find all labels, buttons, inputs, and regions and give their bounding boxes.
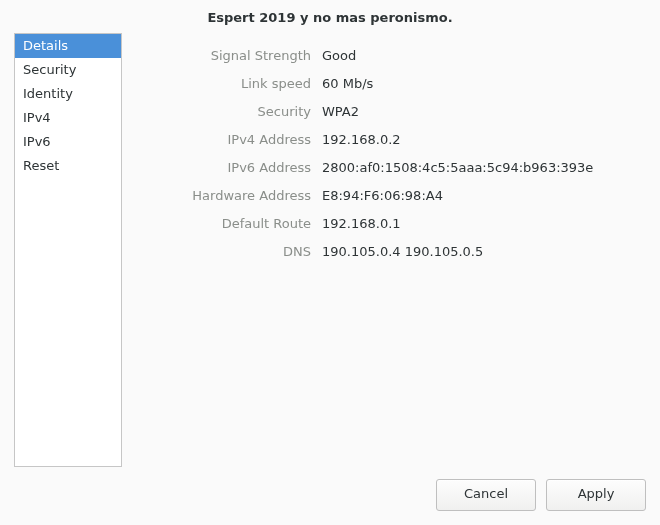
sidebar-item-reset[interactable]: Reset: [15, 154, 121, 178]
window-title: Espert 2019 y no mas peronismo.: [0, 0, 660, 33]
details-pane: Signal Strength Good Link speed 60 Mb/s …: [140, 33, 646, 467]
dialog-footer: Cancel Apply: [0, 467, 660, 525]
label-security: Security: [140, 97, 321, 125]
sidebar-item-identity[interactable]: Identity: [15, 82, 121, 106]
label-link-speed: Link speed: [140, 69, 321, 97]
value-ipv4-address: 192.168.0.2: [321, 125, 594, 153]
label-default-route: Default Route: [140, 209, 321, 237]
row-hardware-address: Hardware Address E8:94:F6:06:98:A4: [140, 181, 594, 209]
row-ipv6-address: IPv6 Address 2800:af0:1508:4c5:5aaa:5c94…: [140, 153, 594, 181]
label-ipv4-address: IPv4 Address: [140, 125, 321, 153]
label-hardware-address: Hardware Address: [140, 181, 321, 209]
value-security: WPA2: [321, 97, 594, 125]
value-default-route: 192.168.0.1: [321, 209, 594, 237]
value-dns: 190.105.0.4 190.105.0.5: [321, 237, 594, 265]
value-hardware-address: E8:94:F6:06:98:A4: [321, 181, 594, 209]
details-table: Signal Strength Good Link speed 60 Mb/s …: [140, 41, 594, 265]
sidebar-item-ipv6[interactable]: IPv6: [15, 130, 121, 154]
value-signal-strength: Good: [321, 41, 594, 69]
label-ipv6-address: IPv6 Address: [140, 153, 321, 181]
row-signal-strength: Signal Strength Good: [140, 41, 594, 69]
apply-button[interactable]: Apply: [546, 479, 646, 511]
row-ipv4-address: IPv4 Address 192.168.0.2: [140, 125, 594, 153]
value-link-speed: 60 Mb/s: [321, 69, 594, 97]
label-dns: DNS: [140, 237, 321, 265]
label-signal-strength: Signal Strength: [140, 41, 321, 69]
sidebar-item-details[interactable]: Details: [15, 34, 121, 58]
sidebar-item-ipv4[interactable]: IPv4: [15, 106, 121, 130]
row-security: Security WPA2: [140, 97, 594, 125]
row-link-speed: Link speed 60 Mb/s: [140, 69, 594, 97]
window-body: Details Security Identity IPv4 IPv6 Rese…: [0, 33, 660, 467]
row-dns: DNS 190.105.0.4 190.105.0.5: [140, 237, 594, 265]
cancel-button[interactable]: Cancel: [436, 479, 536, 511]
sidebar: Details Security Identity IPv4 IPv6 Rese…: [14, 33, 122, 467]
row-default-route: Default Route 192.168.0.1: [140, 209, 594, 237]
sidebar-item-security[interactable]: Security: [15, 58, 121, 82]
value-ipv6-address: 2800:af0:1508:4c5:5aaa:5c94:b963:393e: [321, 153, 594, 181]
network-settings-window: Espert 2019 y no mas peronismo. Details …: [0, 0, 660, 525]
